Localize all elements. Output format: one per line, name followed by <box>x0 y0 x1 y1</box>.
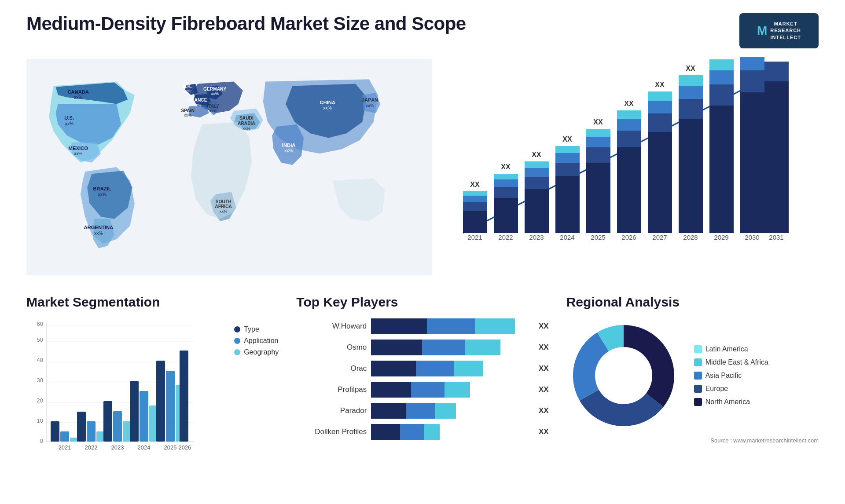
svg-rect-90 <box>740 70 764 92</box>
svg-text:xx%: xx% <box>284 148 293 153</box>
svg-rect-67 <box>617 119 641 131</box>
svg-text:XX: XX <box>716 57 726 58</box>
svg-text:2025: 2025 <box>164 444 177 451</box>
legend-latin-america: Latin America <box>694 345 768 353</box>
svg-text:SAUDI: SAUDI <box>239 116 254 121</box>
svg-text:xx%: xx% <box>323 106 332 110</box>
svg-rect-86 <box>709 59 734 70</box>
svg-text:30: 30 <box>37 377 43 383</box>
svg-rect-125 <box>130 381 139 442</box>
player-bar-whoward <box>371 318 531 334</box>
svg-text:2021: 2021 <box>59 444 71 451</box>
bar-seg2 <box>411 382 445 398</box>
svg-text:ARABIA: ARABIA <box>238 121 255 126</box>
svg-text:XX: XX <box>686 65 695 72</box>
key-players-title: Top Key Players <box>296 295 548 310</box>
svg-rect-122 <box>113 411 122 442</box>
legend-mea-color <box>694 358 702 366</box>
player-bar-profilpas <box>371 382 531 398</box>
svg-rect-130 <box>166 371 175 442</box>
svg-text:SPAIN: SPAIN <box>181 108 195 113</box>
svg-rect-72 <box>648 113 672 132</box>
legend-asia-color <box>694 372 702 380</box>
svg-rect-43 <box>494 179 518 187</box>
svg-rect-73 <box>648 101 672 113</box>
svg-text:XX: XX <box>655 81 665 88</box>
bar-seg3 <box>454 361 483 376</box>
svg-text:2021: 2021 <box>467 234 482 241</box>
svg-text:XX: XX <box>501 163 511 171</box>
player-row-dollken: Dollken Profiles XX <box>296 424 548 440</box>
svg-text:2030: 2030 <box>745 234 759 241</box>
svg-text:ARGENTINA: ARGENTINA <box>84 225 113 230</box>
svg-text:2026: 2026 <box>621 234 636 241</box>
player-name-profilpas: Profilpas <box>296 385 367 394</box>
svg-rect-74 <box>648 91 672 101</box>
player-row-osmo: Osmo XX <box>296 340 548 355</box>
svg-text:xx%: xx% <box>74 95 82 100</box>
svg-rect-55 <box>555 153 580 163</box>
svg-text:2024: 2024 <box>560 234 574 241</box>
svg-rect-50 <box>525 161 549 168</box>
svg-text:xx%: xx% <box>74 151 82 156</box>
seg-chart-area: 0 10 20 30 40 50 60 <box>26 318 221 470</box>
svg-text:XX: XX <box>593 118 603 126</box>
svg-text:JAPAN: JAPAN <box>362 97 378 102</box>
svg-rect-62 <box>586 129 610 137</box>
svg-text:xx%: xx% <box>184 113 191 117</box>
svg-rect-85 <box>709 70 734 84</box>
svg-text:xx%: xx% <box>211 91 218 96</box>
svg-text:2025: 2025 <box>591 234 605 241</box>
svg-text:CANADA: CANADA <box>67 89 89 95</box>
svg-rect-42 <box>494 187 518 198</box>
svg-rect-89 <box>740 92 764 233</box>
svg-rect-60 <box>586 147 610 163</box>
bottom-section: Market Segmentation 0 10 20 30 40 50 <box>26 295 819 504</box>
bar-seg1 <box>371 403 406 419</box>
player-name-orac: Orac <box>296 364 367 373</box>
legend-europe: Europe <box>694 385 768 393</box>
legend-application-dot <box>234 338 240 344</box>
bar-seg1 <box>371 340 422 355</box>
player-row-orac: Orac XX <box>296 361 548 376</box>
svg-text:2024: 2024 <box>138 444 151 451</box>
svg-rect-118 <box>87 421 96 442</box>
svg-text:xx%: xx% <box>209 109 217 113</box>
key-players-section: Top Key Players W.Howard XX Osmo <box>296 295 548 504</box>
logo-box: M MARKET RESEARCH INTELLECT <box>739 13 819 48</box>
bar-seg2 <box>416 361 454 376</box>
bar-seg1 <box>371 318 427 334</box>
svg-rect-121 <box>103 401 112 442</box>
bar-seg1 <box>371 361 416 376</box>
svg-text:XX: XX <box>562 135 572 143</box>
svg-text:2029: 2029 <box>714 234 728 241</box>
source-text: Source : www.marketresearchintellect.com <box>566 437 819 444</box>
logo-area: M MARKET RESEARCH INTELLECT <box>739 13 819 48</box>
svg-text:2027: 2027 <box>652 234 667 241</box>
world-map-svg: CANADA xx% U.S. xx% MEXICO xx% BRAZIL xx… <box>26 57 432 277</box>
header: Medium-Density Fibreboard Market Size an… <box>26 13 819 48</box>
legend-north-america: North America <box>694 398 768 406</box>
bar-seg2 <box>422 340 465 355</box>
player-name-osmo: Osmo <box>296 343 367 352</box>
svg-rect-79 <box>679 86 703 99</box>
seg-legend: Type Application Geography <box>234 325 279 470</box>
player-row-profilpas: Profilpas XX <box>296 382 548 398</box>
svg-text:U.S.: U.S. <box>64 115 74 121</box>
svg-text:AFRICA: AFRICA <box>215 204 232 209</box>
world-map-container: CANADA xx% U.S. xx% MEXICO xx% BRAZIL xx… <box>26 57 432 277</box>
svg-text:xx%: xx% <box>65 121 73 126</box>
legend-latin-color <box>694 345 702 353</box>
legend-middle-east: Middle East & Africa <box>694 358 768 366</box>
svg-text:xx%: xx% <box>242 126 250 131</box>
bar-seg3 <box>445 382 470 398</box>
seg-chart-svg: 0 10 20 30 40 50 60 <box>26 318 194 468</box>
svg-text:2031: 2031 <box>769 234 783 241</box>
svg-rect-78 <box>679 99 703 119</box>
legend-europe-color <box>694 385 702 393</box>
svg-rect-49 <box>525 168 549 177</box>
svg-rect-77 <box>679 119 703 233</box>
svg-text:2022: 2022 <box>85 444 98 451</box>
svg-text:xx%: xx% <box>194 103 202 107</box>
svg-rect-126 <box>140 391 148 442</box>
